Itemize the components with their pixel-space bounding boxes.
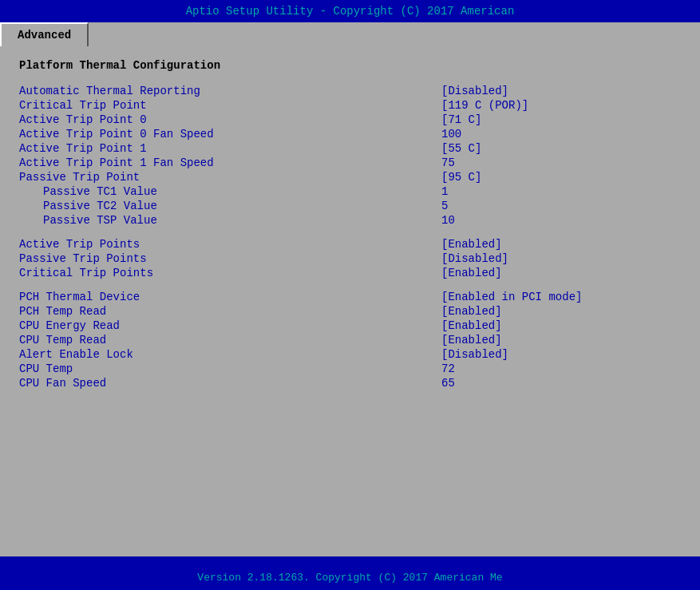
config-row-17[interactable]: Alert Enable Lock[Disabled] <box>19 348 681 361</box>
title-bar: Aptio Setup Utility - Copyright (C) 2017… <box>0 0 700 22</box>
config-value-10: [Enabled] <box>441 238 681 251</box>
config-label-5: Active Trip Point 1 Fan Speed <box>19 156 322 169</box>
title-text: Aptio Setup Utility - Copyright (C) 2017… <box>186 5 515 18</box>
config-row-16[interactable]: CPU Temp Read[Enabled] <box>19 334 681 346</box>
config-row-5[interactable]: Active Trip Point 1 Fan Speed75 <box>19 156 681 169</box>
config-row-11[interactable]: Passive Trip Points[Disabled] <box>19 252 681 265</box>
config-label-1: Critical Trip Point <box>19 99 322 112</box>
config-row-8[interactable]: Passive TC2 Value5 <box>19 200 681 212</box>
config-value-5: 75 <box>441 156 681 169</box>
config-label-12: Critical Trip Points <box>19 267 322 279</box>
config-label-15: CPU Energy Read <box>19 319 322 332</box>
config-row-12[interactable]: Critical Trip Points[Enabled] <box>19 267 681 279</box>
section-title: Platform Thermal Configuration <box>19 59 681 72</box>
config-row-10[interactable]: Active Trip Points[Enabled] <box>19 238 681 251</box>
config-value-19: 65 <box>441 377 681 390</box>
config-row-1[interactable]: Critical Trip Point[119 C (POR)] <box>19 99 681 112</box>
config-value-4: [55 C] <box>441 142 681 155</box>
config-value-2: [71 C] <box>441 113 681 126</box>
config-label-0: Automatic Thermal Reporting <box>19 85 322 97</box>
config-label-4: Active Trip Point 1 <box>19 142 322 155</box>
config-row-18[interactable]: CPU Temp72 <box>19 362 681 375</box>
config-value-6: [95 C] <box>441 171 681 184</box>
config-value-18: 72 <box>441 362 681 375</box>
config-value-15: [Enabled] <box>441 319 681 332</box>
config-label-11: Passive Trip Points <box>19 252 322 265</box>
config-row-6[interactable]: Passive Trip Point[95 C] <box>19 171 681 184</box>
config-value-11: [Disabled] <box>441 252 681 265</box>
config-row-2[interactable]: Active Trip Point 0[71 C] <box>19 113 681 126</box>
config-row-9[interactable]: Passive TSP Value10 <box>19 214 681 227</box>
config-row-13[interactable]: PCH Thermal Device[Enabled in PCI mode] <box>19 291 681 303</box>
config-value-13: [Enabled in PCI mode] <box>441 291 681 303</box>
config-row-15[interactable]: CPU Energy Read[Enabled] <box>19 319 681 332</box>
rows-container: Automatic Thermal Reporting[Disabled]Cri… <box>19 85 681 390</box>
config-label-2: Active Trip Point 0 <box>19 113 322 126</box>
config-value-1: [119 C (POR)] <box>441 99 681 112</box>
config-row-3[interactable]: Active Trip Point 0 Fan Speed100 <box>19 128 681 141</box>
config-row-0[interactable]: Automatic Thermal Reporting[Disabled] <box>19 85 681 97</box>
config-row-4[interactable]: Active Trip Point 1[55 C] <box>19 142 681 155</box>
config-label-7: Passive TC1 Value <box>19 185 322 198</box>
config-label-17: Alert Enable Lock <box>19 348 322 361</box>
config-label-18: CPU Temp <box>19 362 322 375</box>
config-row-14[interactable]: PCH Temp Read[Enabled] <box>19 305 681 318</box>
config-value-16: [Enabled] <box>441 334 681 346</box>
config-row-19[interactable]: CPU Fan Speed65 <box>19 377 681 390</box>
config-value-14: [Enabled] <box>441 305 681 318</box>
config-value-12: [Enabled] <box>441 267 681 279</box>
config-label-8: Passive TC2 Value <box>19 200 322 212</box>
config-label-13: PCH Thermal Device <box>19 291 322 303</box>
config-value-3: 100 <box>441 128 681 141</box>
config-value-0: [Disabled] <box>441 85 681 97</box>
spacer-10 <box>19 228 681 238</box>
spacer-13 <box>19 281 681 291</box>
config-row-7[interactable]: Passive TC1 Value1 <box>19 185 681 198</box>
bottom-bar: Version 2.18.1263. Copyright (C) 2017 Am… <box>0 565 700 590</box>
tab-advanced[interactable]: Advanced <box>0 22 89 46</box>
version-text: Version 2.18.1263. Copyright (C) 2017 Am… <box>197 572 502 584</box>
config-value-8: 5 <box>441 200 681 212</box>
config-label-14: PCH Temp Read <box>19 305 322 318</box>
config-value-9: 10 <box>441 214 681 227</box>
config-label-19: CPU Fan Speed <box>19 377 322 390</box>
config-label-16: CPU Temp Read <box>19 334 322 346</box>
config-value-17: [Disabled] <box>441 348 681 361</box>
config-label-3: Active Trip Point 0 Fan Speed <box>19 128 322 141</box>
config-label-6: Passive Trip Point <box>19 171 322 184</box>
tab-bar: Advanced <box>0 22 700 46</box>
main-content: Platform Thermal Configuration Automatic… <box>0 46 700 556</box>
config-label-9: Passive TSP Value <box>19 214 322 227</box>
config-value-7: 1 <box>441 185 681 198</box>
config-label-10: Active Trip Points <box>19 238 322 251</box>
